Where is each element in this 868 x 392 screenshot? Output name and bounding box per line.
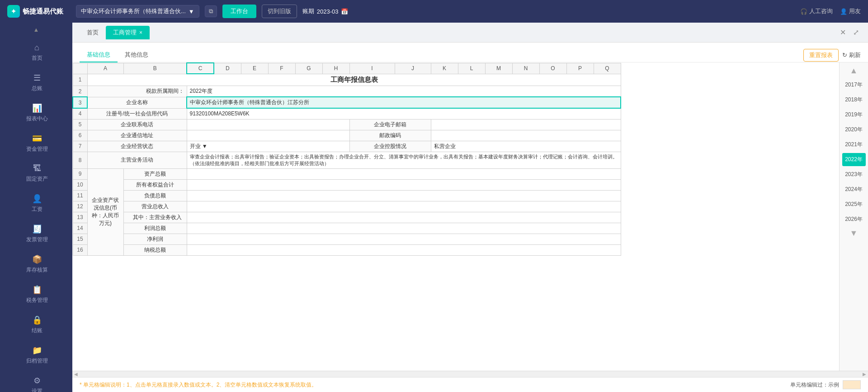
year-item-2026[interactable]: 2026年 (842, 213, 866, 226)
table-row: 9 企业资产状况信息(币种：人民币万元) 资产总额 (73, 168, 621, 179)
year-scroll-down[interactable]: ▼ (850, 227, 858, 240)
year-item-2019[interactable]: 2019年 (842, 108, 866, 121)
col-header-A[interactable]: A (87, 63, 123, 74)
tab-home[interactable]: 首页 (80, 26, 106, 39)
archive-icon: 📁 (32, 345, 42, 355)
home-icon: ⌂ (34, 43, 39, 53)
sidebar-item-label: 库存核算 (26, 266, 48, 274)
table-row: 14 利润总额 (73, 223, 621, 234)
inner-content: 基础信息 其他信息 重置报表 ↻ 刷新 (72, 43, 868, 392)
year-item-2017[interactable]: 2017年 (842, 78, 866, 91)
table-row: 15 净利润 (73, 234, 621, 244)
ledger-icon: ☰ (33, 73, 41, 83)
chevron-down-icon: ▼ (189, 8, 194, 15)
table-row: 7 企业经营状态 开业 ▼ 企业控股情况 私营企业 (73, 141, 621, 152)
col-header-N[interactable]: N (512, 63, 539, 74)
sidebar-item-assets[interactable]: 🏗 固定资产 (0, 158, 72, 187)
report-icon: 📊 (32, 103, 42, 113)
sidebar-item-label: 总账 (32, 85, 42, 92)
col-header-M[interactable]: M (485, 63, 512, 74)
year-scroll-up[interactable]: ▲ (850, 64, 858, 77)
app-name: 畅捷通易代账 (23, 7, 63, 16)
hscroll-bar[interactable]: ◀ ▶ (72, 371, 868, 377)
col-header-K[interactable]: K (431, 63, 458, 74)
settings-icon: ⚙ (33, 376, 41, 386)
sidebar-scroll-up[interactable]: ▲ (0, 23, 72, 37)
tab-basic-info[interactable]: 基础信息 (80, 48, 118, 62)
year-item-2022[interactable]: 2022年 (842, 153, 866, 166)
period-value: 2023-03 (317, 8, 339, 15)
col-header-C[interactable]: C (187, 63, 214, 74)
maximize-button[interactable]: ⤢ (851, 26, 861, 38)
year-item-2021[interactable]: 2021年 (842, 138, 866, 151)
content-area: 首页 工商管理 × ✕ ⤢ 基础信息 其他信息 重置报表 (72, 23, 868, 392)
col-header-P[interactable]: P (566, 63, 594, 74)
col-header-L[interactable]: L (458, 63, 485, 74)
year-item-2020[interactable]: 2020年 (842, 123, 866, 136)
sidebar-item-label: 首页 (32, 54, 42, 62)
old-version-button[interactable]: 切到旧版 (262, 5, 297, 18)
copy-button[interactable]: ⧉ (205, 5, 217, 17)
bottombar: * 单元格编辑说明：1、点击单元格直接录入数值或文本。2、清空单元格数值或文本恢… (72, 377, 868, 392)
year-item-2018[interactable]: 2018年 (842, 93, 866, 106)
user-icon: 👤 (840, 8, 847, 15)
hscroll-left[interactable]: ◀ (74, 372, 78, 377)
col-header-Q[interactable]: Q (594, 63, 621, 74)
service-button[interactable]: 🎧 人工咨询 (800, 7, 833, 15)
workbench-button[interactable]: 工作台 (222, 5, 256, 18)
tab-close-icon[interactable]: × (139, 29, 142, 36)
sidebar-item-closing[interactable]: 🔒 结账 (0, 309, 72, 339)
sidebar-item-label: 税务管理 (26, 296, 48, 304)
sidebar-item-payroll[interactable]: 👤 工资 (0, 187, 72, 218)
table-row: 10 所有者权益合计 (73, 179, 621, 190)
col-header-I[interactable]: I (349, 63, 395, 74)
sidebar-item-finance[interactable]: 💳 资金管理 (0, 127, 72, 158)
col-header-F[interactable]: F (268, 63, 295, 74)
refresh-button[interactable]: ↻ 刷新 (842, 51, 861, 59)
bottombar-hint: * 单元格编辑说明：1、点击单元格直接录入数值或文本。2、清空单元格数值或文本恢… (80, 381, 317, 389)
app-logo: ✦ 畅捷通易代账 (7, 5, 71, 18)
sidebar-item-invoice[interactable]: 🧾 发票管理 (0, 218, 72, 248)
sidebar-item-ledger[interactable]: ☰ 总账 (0, 67, 72, 97)
sidebar-item-archive[interactable]: 📁 归档管理 (0, 339, 72, 369)
col-header-E[interactable]: E (241, 63, 268, 74)
reset-report-button[interactable]: 重置报表 (803, 49, 839, 62)
col-header-H[interactable]: H (322, 63, 349, 74)
logo-icon: ✦ (7, 5, 20, 18)
sidebar-item-report[interactable]: 📊 报表中心 (0, 97, 72, 127)
copy-icon: ⧉ (209, 8, 213, 15)
year-panel: ▲ 2017年 2018年 2019年 2020年 2021年 2022年 20… (839, 62, 868, 371)
tab-gongshang[interactable]: 工商管理 × (106, 26, 150, 39)
sheet-title[interactable]: 工商年报信息表 (87, 74, 621, 86)
subtab-actions: 重置报表 ↻ 刷新 (803, 49, 861, 62)
spreadsheet-main[interactable]: A B C D E F G H I J K L (72, 62, 839, 371)
col-header-O[interactable]: O (539, 63, 566, 74)
col-header-G[interactable]: G (295, 63, 322, 74)
tab-actions: ✕ ⤢ (838, 26, 861, 38)
topbar: ✦ 畅捷通易代账 中审众环会计师事务所（特殊普通合伙... ▼ ⧉ 工作台 切到… (0, 0, 868, 23)
sidebar-item-tax[interactable]: 📋 税务管理 (0, 278, 72, 309)
period-label: 账期 (302, 7, 314, 15)
service-label: 人工咨询 (809, 7, 833, 15)
headset-icon: 🎧 (800, 8, 807, 15)
table-row: 11 负债总额 (73, 190, 621, 201)
hscroll-right[interactable]: ▶ (863, 372, 866, 377)
sidebar-item-inventory[interactable]: 📦 库存核算 (0, 248, 72, 278)
col-header-B[interactable]: B (123, 63, 187, 74)
close-panel-button[interactable]: ✕ (838, 26, 848, 38)
sidebar: ▲ ⌂ 首页 ☰ 总账 📊 报表中心 💳 资金管理 🏗 固定资产 👤 工资 🧾 … (0, 23, 72, 392)
tab-other-info[interactable]: 其他信息 (118, 48, 156, 62)
sidebar-item-label: 发票管理 (26, 236, 48, 244)
tabbar: 首页 工商管理 × ✕ ⤢ (72, 23, 868, 43)
year-item-2023[interactable]: 2023年 (842, 168, 866, 181)
calendar-icon[interactable]: 📅 (341, 8, 348, 15)
year-item-2024[interactable]: 2024年 (842, 183, 866, 196)
sidebar-item-settings[interactable]: ⚙ 设置 (0, 369, 72, 392)
col-header-J[interactable]: J (395, 63, 431, 74)
year-item-2025[interactable]: 2025年 (842, 198, 866, 211)
sidebar-item-home[interactable]: ⌂ 首页 (0, 37, 72, 67)
col-header-D[interactable]: D (214, 63, 241, 74)
user-menu[interactable]: 👤 用友 (840, 7, 861, 15)
closing-icon: 🔒 (32, 315, 42, 325)
company-selector[interactable]: 中审众环会计师事务所（特殊普通合伙... ▼ (76, 5, 199, 18)
